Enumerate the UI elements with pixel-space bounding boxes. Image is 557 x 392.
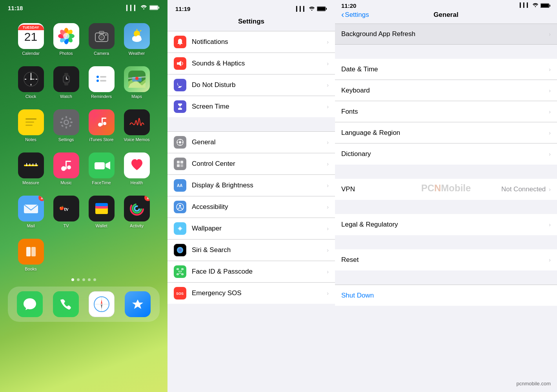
svg-rect-108: [177, 62, 179, 65]
app-item-calendar[interactable]: TUESDAY 21 Calendar: [13, 21, 49, 64]
svg-rect-66: [102, 118, 106, 119]
svg-rect-131: [182, 274, 183, 275]
sounds-label: Sounds & Haptics: [192, 60, 324, 67]
app-item-health[interactable]: Health: [119, 150, 155, 193]
app-item-weather[interactable]: Weather: [119, 21, 155, 64]
screentime-label: Screen Time: [192, 103, 324, 111]
app-item-reminders[interactable]: Reminders: [84, 64, 119, 107]
back-button[interactable]: ‹ Settings: [341, 11, 369, 19]
settings-row-controlcenter[interactable]: Control Center ›: [167, 153, 335, 175]
app-item-wallet[interactable]: Wallet: [84, 193, 119, 236]
svg-rect-1: [150, 6, 158, 9]
general-row-reset[interactable]: Reset ›: [335, 249, 557, 270]
settings-battery-icon: [317, 6, 327, 11]
settings-row-faceid[interactable]: Face ID & Passcode ›: [167, 261, 335, 283]
vpn-label: VPN: [341, 185, 501, 193]
accessibility-chevron: ›: [327, 204, 329, 210]
app-label-health: Health: [121, 180, 153, 185]
svg-rect-107: [180, 44, 181, 45]
app-item-mail[interactable]: 1 Mail: [13, 193, 49, 236]
page-dot-1[interactable]: [71, 278, 74, 281]
app-item-facetime[interactable]: FaceTime: [84, 150, 119, 193]
settings-row-notifications[interactable]: Notifications ›: [167, 31, 335, 53]
app-item-watch[interactable]: Watch: [49, 64, 84, 107]
svg-rect-110: [178, 103, 182, 105]
dock-appstore[interactable]: [125, 291, 151, 317]
settings-status-icons: ▎▎▎: [296, 6, 327, 12]
settings-row-sounds[interactable]: Sounds & Haptics ›: [167, 53, 335, 74]
settings-row-wallpaper[interactable]: Wallpaper ›: [167, 218, 335, 240]
sos-text-icon: SOS: [175, 290, 185, 296]
general-row-keyboard[interactable]: Keyboard ›: [335, 80, 557, 101]
general-row-dictionary[interactable]: Dictionary ›: [335, 143, 557, 165]
general-row-background-refresh[interactable]: Background App Refresh ›: [335, 24, 557, 45]
dock-messages[interactable]: [17, 291, 43, 317]
settings-row-display[interactable]: AA Display & Brightness ›: [167, 175, 335, 196]
page-dot-3[interactable]: [82, 278, 85, 281]
app-item-photos[interactable]: Photos: [49, 21, 84, 64]
legal-chevron: ›: [549, 221, 551, 228]
vpn-value: Not Connected: [501, 185, 546, 193]
dock: [8, 287, 160, 322]
svg-rect-50: [25, 125, 33, 126]
sos-chevron: ›: [327, 290, 329, 296]
svg-point-64: [103, 122, 106, 125]
svg-point-127: [177, 247, 183, 253]
app-label-calendar: Calendar: [15, 51, 47, 56]
app-item-clock[interactable]: Clock: [13, 64, 49, 107]
legal-label: Legal & Regulatory: [341, 221, 549, 229]
general-row-vpn[interactable]: VPN Not Connected ›: [335, 179, 557, 200]
svg-rect-72: [33, 163, 33, 166]
app-label-music: Music: [51, 180, 82, 185]
settings-row-siri[interactable]: Siri & Search ›: [167, 240, 335, 261]
shutdown-label: Shut Down: [341, 292, 551, 299]
app-item-activity[interactable]: 1 Activity: [119, 193, 155, 236]
general-row-legal[interactable]: Legal & Regulatory ›: [335, 214, 557, 235]
settings-row-dnd[interactable]: Do Not Disturb ›: [167, 74, 335, 96]
settings-row-screentime[interactable]: Screen Time ›: [167, 96, 335, 117]
svg-point-12: [63, 33, 69, 39]
general-row-shutdown[interactable]: Shut Down: [335, 285, 557, 306]
settings-panel: 11:19 ▎▎▎ Settings: [167, 0, 335, 392]
general-title: General: [433, 11, 458, 19]
dock-safari[interactable]: [89, 291, 115, 317]
svg-line-20: [140, 30, 141, 31]
svg-point-76: [67, 165, 71, 169]
moon-icon: [176, 81, 184, 89]
app-item-music[interactable]: Music: [49, 150, 84, 193]
app-item-appletv[interactable]: tv 🍎 TV: [49, 193, 84, 236]
app-item-measure[interactable]: Measure: [13, 150, 49, 193]
app-item-settings[interactable]: Settings: [49, 107, 84, 150]
page-dot-2[interactable]: [77, 278, 80, 281]
general-row-language[interactable]: Language & Region ›: [335, 122, 557, 143]
general-row-datetime[interactable]: Date & Time ›: [335, 59, 557, 80]
app-item-notes[interactable]: Notes: [13, 107, 49, 150]
svg-rect-73: [36, 163, 36, 166]
dock-phone[interactable]: [53, 291, 79, 317]
settings-row-accessibility[interactable]: Accessibility ›: [167, 196, 335, 218]
status-icons: ▎▎▎: [126, 5, 160, 11]
app-item-books[interactable]: Books: [13, 236, 49, 271]
sliders-icon: [176, 160, 184, 168]
fonts-chevron: ›: [549, 109, 551, 115]
general-nav-row: ‹ Settings General: [335, 8, 557, 24]
app-item-maps[interactable]: Maps: [119, 64, 155, 107]
svg-rect-138: [550, 5, 550, 7]
aa-icon: AA: [176, 181, 184, 189]
display-label: Display & Brightness: [192, 181, 324, 189]
svg-rect-105: [317, 7, 325, 11]
app-item-camera[interactable]: Camera: [84, 21, 119, 64]
page-dot-4[interactable]: [88, 278, 91, 281]
settings-row-sos[interactable]: SOS Emergency SOS ›: [167, 283, 335, 304]
settings-time: 11:19: [175, 5, 190, 12]
app-item-voicememos[interactable]: Voice Memos: [119, 107, 155, 150]
general-row-fonts[interactable]: Fonts ›: [335, 101, 557, 122]
app-label-clock: Clock: [15, 94, 47, 99]
app-item-itunes[interactable]: iTunes Store: [84, 107, 119, 150]
siri-label: Siri & Search: [192, 246, 324, 254]
general-sep-2: [335, 165, 557, 179]
settings-row-general[interactable]: General ›: [167, 131, 335, 153]
app-label-watch: Watch: [51, 94, 82, 99]
page-dot-5[interactable]: [93, 278, 96, 281]
settings-list: Notifications › Sounds & Haptics ›: [167, 31, 335, 392]
